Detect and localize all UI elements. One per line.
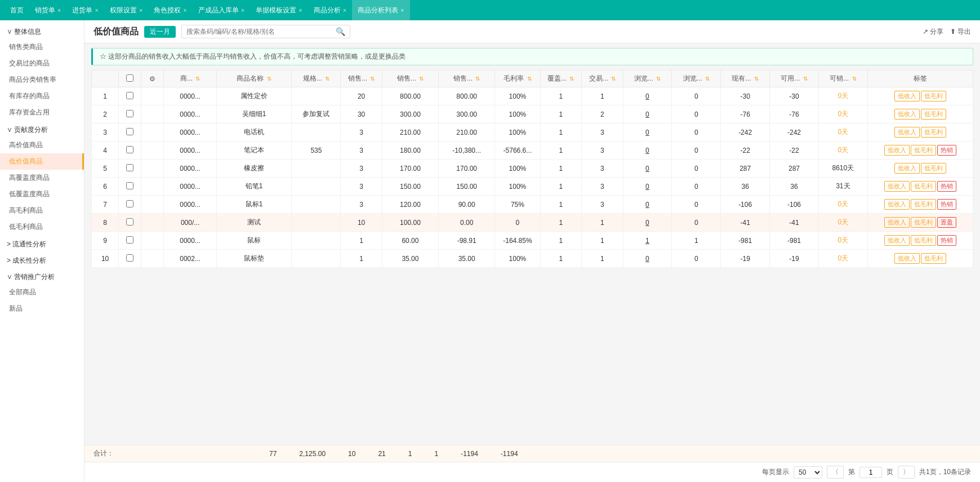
- browse-link[interactable]: 0: [645, 201, 649, 209]
- table-row: 2 0000... 吴细细1 参加复试 30 300.00 300.00 100…: [92, 105, 973, 123]
- row-checkbox[interactable]: [126, 146, 133, 153]
- row-checkbox[interactable]: [126, 218, 133, 225]
- sidebar-item-low-margin[interactable]: 低毛利商品: [0, 219, 84, 235]
- browse-link[interactable]: 0: [645, 183, 649, 191]
- page-number-input[interactable]: [859, 467, 882, 478]
- footer-stock1: -1194: [461, 450, 478, 458]
- browse-link[interactable]: 0: [645, 255, 649, 263]
- browse-count2: 0: [672, 105, 721, 123]
- nav-product-analysis-list[interactable]: 商品分析列表×: [352, 0, 409, 20]
- nav-close-product-inbound[interactable]: ×: [241, 7, 244, 14]
- nav-close-role-auth[interactable]: ×: [183, 7, 186, 14]
- sale-qty: 1: [341, 250, 382, 268]
- next-page-button[interactable]: 〉: [898, 466, 915, 479]
- sidebar-item-high-margin[interactable]: 高毛利商品: [0, 202, 84, 219]
- first-page-button[interactable]: 〈: [827, 466, 844, 479]
- footer-stock2: -1194: [501, 450, 518, 458]
- sidebar-item-high-coverage[interactable]: 高覆盖度商品: [0, 170, 84, 186]
- sidebar-group-contribution[interactable]: ∨ 贡献度分析: [0, 121, 84, 137]
- browse-count2: 1: [672, 232, 721, 250]
- nav-role-auth[interactable]: 角色授权×: [148, 0, 192, 20]
- row-checkbox[interactable]: [126, 254, 133, 262]
- product-name: 吴细细1: [216, 105, 292, 123]
- nav-product-analysis[interactable]: 商品分析×: [308, 0, 352, 20]
- product-tag: 低收入: [884, 145, 910, 156]
- sidebar-item-traded-products[interactable]: 交易过的商品: [0, 55, 84, 72]
- product-tag: 低收入: [894, 127, 920, 138]
- nav-close-permission[interactable]: ×: [139, 7, 142, 14]
- browse-link[interactable]: 0: [645, 219, 649, 227]
- sidebar-group-marketing[interactable]: ∨ 营销推广分析: [0, 268, 84, 284]
- row-checkbox[interactable]: [126, 164, 133, 171]
- footer-cover: 10: [348, 450, 355, 458]
- nav-home[interactable]: 首页: [5, 0, 29, 20]
- gross-rate: 100%: [495, 178, 540, 196]
- sidebar-group-liquidity[interactable]: > 流通性分析: [0, 235, 84, 251]
- table-row: 3 0000... 电话机 3 210.00 210.00 100% 1 3 0…: [92, 123, 973, 141]
- sidebar-item-stock-capital[interactable]: 库存资金占用: [0, 104, 84, 121]
- nav-product-inbound[interactable]: 产成品入库单×: [193, 0, 250, 20]
- page-suffix: 页: [887, 467, 893, 477]
- sale-profit: 210.00: [439, 123, 495, 141]
- page-size-select[interactable]: 50 100 200: [794, 466, 822, 479]
- sidebar-item-low-value[interactable]: 低价值商品: [0, 153, 84, 170]
- filter-button[interactable]: 近一月: [144, 26, 176, 38]
- nav-purchase-order[interactable]: 进货单×: [66, 0, 104, 20]
- browse-count1: 0: [623, 250, 672, 268]
- nav-close-product-analysis-list[interactable]: ×: [400, 7, 404, 14]
- sidebar-item-low-coverage[interactable]: 低覆盖度商品: [0, 186, 84, 202]
- row-checkbox[interactable]: [126, 182, 133, 189]
- product-code: 0002...: [164, 250, 217, 268]
- sidebar-group-growth[interactable]: > 成长性分析: [0, 251, 84, 268]
- table-row: 10 0002... 鼠标垫 1 35.00 35.00 100% 1 1 0 …: [92, 250, 973, 268]
- browse-link[interactable]: 0: [645, 147, 649, 154]
- export-button[interactable]: ⬆ 导出: [950, 27, 971, 37]
- row-checkbox[interactable]: [126, 200, 133, 207]
- browse-link[interactable]: 0: [645, 165, 649, 173]
- cover-count: 1: [540, 178, 582, 196]
- sidebar-item-new-products[interactable]: 新品: [0, 300, 84, 317]
- col-header-settings[interactable]: ⚙: [141, 70, 164, 87]
- product-tag: 低毛利: [921, 163, 946, 174]
- product-spec: [292, 123, 341, 141]
- cover-count: 1: [540, 87, 582, 105]
- row-checkbox-cell: [119, 232, 141, 250]
- nav-permission[interactable]: 权限设置×: [104, 0, 148, 20]
- nav-sales-order[interactable]: 销货单×: [29, 0, 66, 20]
- sidebar-item-category-sales-rate[interactable]: 商品分类销售率: [0, 72, 84, 88]
- row-checkbox[interactable]: [126, 236, 133, 244]
- select-all-checkbox[interactable]: [126, 74, 133, 82]
- nav-close-product-analysis[interactable]: ×: [343, 7, 346, 14]
- nav-template-settings[interactable]: 单据模板设置×: [250, 0, 308, 20]
- total-info: 共1页，10条记录: [919, 467, 971, 477]
- search-icon[interactable]: 🔍: [336, 27, 345, 36]
- browse-link[interactable]: 0: [645, 110, 649, 118]
- sidebar-item-with-stock[interactable]: 有库存的商品: [0, 88, 84, 104]
- nav-close-template-settings[interactable]: ×: [299, 7, 302, 14]
- col-header-browse1: 浏览... ⇅: [623, 70, 672, 87]
- col-header-num: [92, 70, 119, 87]
- header-actions: ↗ 分享 ⬆ 导出: [923, 27, 971, 37]
- browse-link[interactable]: 0: [645, 129, 649, 136]
- browse-link[interactable]: 1: [645, 237, 649, 245]
- sale-qty: 30: [341, 105, 382, 123]
- row-settings: [141, 123, 164, 141]
- nav-close-purchase-order[interactable]: ×: [95, 7, 98, 14]
- page-title: 低价值商品: [93, 26, 139, 38]
- browse-link[interactable]: 0: [645, 92, 649, 100]
- nav-close-sales-order[interactable]: ×: [57, 7, 61, 14]
- product-name: 橡皮擦: [216, 160, 292, 178]
- row-checkbox[interactable]: [126, 92, 133, 99]
- sidebar-group-overall[interactable]: ∨ 整体信息: [0, 23, 84, 39]
- row-checkbox[interactable]: [126, 128, 133, 135]
- sidebar-item-sales-products[interactable]: 销售类商品: [0, 39, 84, 55]
- browse-count1: 0: [623, 123, 672, 141]
- export-icon: ⬆: [950, 28, 956, 36]
- sidebar-item-high-value[interactable]: 高价值商品: [0, 137, 84, 153]
- sidebar-item-all-products[interactable]: 全部商品: [0, 284, 84, 300]
- row-checkbox[interactable]: [126, 110, 133, 117]
- row-number: 5: [92, 160, 119, 178]
- share-button[interactable]: ↗ 分享: [923, 27, 943, 37]
- search-input[interactable]: [186, 28, 336, 36]
- row-checkbox-cell: [119, 178, 141, 196]
